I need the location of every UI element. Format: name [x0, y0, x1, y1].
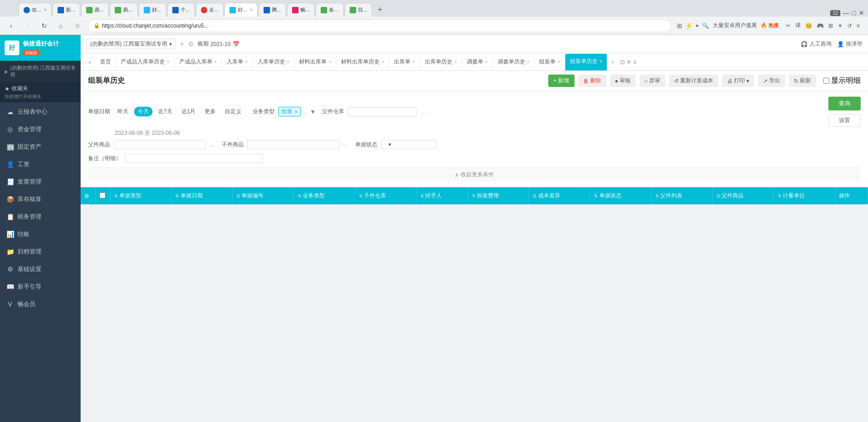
- tab-close-7[interactable]: ×: [250, 7, 252, 12]
- support-btn[interactable]: 🎧 人工咨询: [801, 40, 832, 48]
- add-company-btn[interactable]: +: [180, 40, 184, 48]
- parent-goods-input[interactable]: [114, 140, 206, 149]
- refresh-button[interactable]: ↻ 刷新: [789, 75, 816, 87]
- child-goods-more[interactable]: ...: [343, 141, 348, 148]
- yesterday-btn[interactable]: 昨天: [114, 107, 132, 116]
- browser-tab-6[interactable]: 企...: [196, 3, 223, 17]
- biz-type-more[interactable]: ...: [303, 109, 307, 115]
- 7days-btn[interactable]: 近7天: [154, 107, 176, 116]
- sidebar-item-wages[interactable]: 👤 工资: [0, 156, 81, 173]
- user-btn[interactable]: 👤 徐泽华: [837, 40, 862, 48]
- tab-in-history[interactable]: 入库单历史 ×: [253, 54, 295, 70]
- sidebar-item-guide[interactable]: 📖 新手引导: [0, 278, 81, 295]
- abandon-button[interactable]: ○ 弃审: [639, 75, 665, 87]
- undo-icon[interactable]: ↺: [847, 23, 852, 29]
- parent-warehouse-more[interactable]: ...: [421, 109, 425, 115]
- custom-btn[interactable]: 自定义: [221, 107, 245, 116]
- tab-close-icon[interactable]: ×: [214, 59, 217, 64]
- sidebar-item-settlement[interactable]: 📊 结账: [0, 225, 81, 243]
- delete-button[interactable]: 🗑 删除: [578, 75, 606, 87]
- tab-product-in[interactable]: 产成品入库单 ×: [175, 54, 222, 70]
- th-parent-goods[interactable]: ⇅ 父件商品: [712, 187, 774, 204]
- tab-assemble[interactable]: 组装单 ×: [534, 54, 565, 70]
- biz-type-dropdown[interactable]: ▾: [311, 107, 315, 116]
- grid-icon[interactable]: ⊞: [677, 22, 682, 29]
- sidebar-item-settings[interactable]: ⚙ 基础设置: [0, 260, 81, 278]
- 1month-btn[interactable]: 近1月: [178, 107, 199, 116]
- tab-close-icon[interactable]: ×: [454, 59, 457, 64]
- tab-close-icon[interactable]: ×: [557, 59, 560, 64]
- scroll-right-btn[interactable]: ›: [607, 57, 618, 68]
- dropdown-icon[interactable]: ▾: [696, 23, 698, 29]
- window-max-btn[interactable]: □: [852, 9, 856, 17]
- audit-button[interactable]: ● 审核: [610, 75, 636, 87]
- add-button[interactable]: + 新增: [548, 75, 574, 87]
- forward-button[interactable]: ›: [21, 19, 34, 32]
- th-unit[interactable]: ⇅ 计量单位: [774, 187, 835, 204]
- new-tab-button[interactable]: +: [373, 3, 387, 17]
- tab-assemble-history[interactable]: 组装单历史 ×: [565, 54, 607, 70]
- company-selector[interactable]: (勿删勿禁用) 江西服宝测试专用 ▾: [86, 39, 176, 49]
- period-selector[interactable]: 账期 2021-10 📅: [198, 40, 240, 48]
- home-button[interactable]: ⌂: [54, 19, 67, 32]
- th-biz-type[interactable]: ⇅ 业务类型: [293, 187, 355, 204]
- th-parent-list[interactable]: ⇅ 父件列表: [651, 187, 713, 204]
- order-status-select[interactable]: ▾: [381, 140, 436, 149]
- tab-close-icon[interactable]: ×: [287, 59, 290, 64]
- translate-icon[interactable]: 译: [795, 22, 801, 29]
- window-close-btn[interactable]: ✕: [859, 9, 864, 17]
- menu-icon[interactable]: ≡: [856, 23, 860, 29]
- tab-close-icon[interactable]: ×: [167, 59, 170, 64]
- tab-close-icon[interactable]: ×: [485, 59, 488, 64]
- browser-tab-7[interactable]: 好... ×: [224, 3, 258, 17]
- scissors-icon[interactable]: ✂: [786, 23, 791, 29]
- tab-home[interactable]: 首页: [95, 54, 116, 70]
- th-child-warehouse[interactable]: ⇅ 子件仓库: [355, 187, 416, 204]
- sidebar-item-invoice[interactable]: 🧾 发票管理: [0, 173, 81, 191]
- tab-transfer-history[interactable]: 调拨单历史 ×: [493, 54, 535, 70]
- tab-out-history[interactable]: 出库单历史 ×: [420, 54, 462, 70]
- tab-close-icon[interactable]: ×: [328, 59, 331, 64]
- sidebar-item-inventory[interactable]: 📦 库存核算: [0, 191, 81, 208]
- th-gear[interactable]: ⚙: [81, 187, 95, 204]
- sidebar-item-fund-management[interactable]: ◎ 资金管理: [0, 121, 81, 138]
- biz-type-tag-remove[interactable]: ×: [294, 109, 298, 115]
- bookmark-button[interactable]: ☆: [71, 19, 84, 32]
- tab-out-order[interactable]: 出库单 ×: [389, 54, 420, 70]
- sidebar-item-cloud-reports[interactable]: ☁ 云报表中心: [0, 103, 81, 121]
- tab-in-order[interactable]: 入库单 ×: [222, 54, 253, 70]
- show-detail-checkbox[interactable]: [823, 78, 829, 84]
- browser-tab-2[interactable]: 易...: [81, 3, 109, 17]
- window-min-btn[interactable]: ―: [843, 9, 850, 17]
- tab-product-in-history[interactable]: 产成品入库单历史 ×: [116, 54, 175, 70]
- sidebar-item-vip[interactable]: V 畅会员: [0, 295, 81, 313]
- browser-tab-11[interactable]: 目...: [345, 3, 372, 17]
- recalculate-button[interactable]: ↺ 重新计算成本: [669, 75, 718, 87]
- tab-close-0[interactable]: ×: [44, 7, 47, 12]
- back-button[interactable]: ‹: [5, 19, 18, 32]
- export-button[interactable]: ↗ 导出: [758, 75, 785, 87]
- tab-close-icon[interactable]: ×: [527, 59, 530, 64]
- tab-material-out-history[interactable]: 材料出库单历史 ×: [336, 54, 389, 70]
- tab-menu-icon[interactable]: ≡: [633, 59, 636, 65]
- tab-close-all-icon[interactable]: ✕: [627, 59, 631, 65]
- settings-gear-icon[interactable]: ⚙: [188, 40, 194, 48]
- set-button[interactable]: 设置: [828, 114, 861, 127]
- th-checkbox[interactable]: [95, 187, 110, 204]
- th-cost-diff[interactable]: ⇅ 成本差异: [529, 187, 590, 204]
- tab-close-icon[interactable]: ×: [599, 59, 602, 64]
- browser-tab-8[interactable]: 腾...: [258, 3, 286, 17]
- parent-warehouse-input[interactable]: [348, 107, 417, 116]
- th-order-type[interactable]: ⇅ 单据类型: [110, 187, 171, 204]
- query-button[interactable]: 查询: [828, 97, 861, 110]
- select-all-checkbox[interactable]: [100, 192, 106, 198]
- address-input[interactable]: 🔒 https://cloud.chanjet.com/accounting/u…: [88, 19, 671, 32]
- browser-tab-3[interactable]: 易...: [110, 3, 137, 17]
- scroll-left-btn[interactable]: ‹: [84, 57, 95, 68]
- parent-goods-more[interactable]: ...: [210, 141, 214, 148]
- game-icon[interactable]: 🎮: [817, 23, 824, 29]
- more-btn[interactable]: 更多: [201, 107, 219, 116]
- lightning-icon[interactable]: ⚡: [685, 22, 693, 29]
- hot-tag[interactable]: 🔥 热搜: [761, 22, 779, 29]
- browser-tab-4[interactable]: 好...: [139, 3, 166, 17]
